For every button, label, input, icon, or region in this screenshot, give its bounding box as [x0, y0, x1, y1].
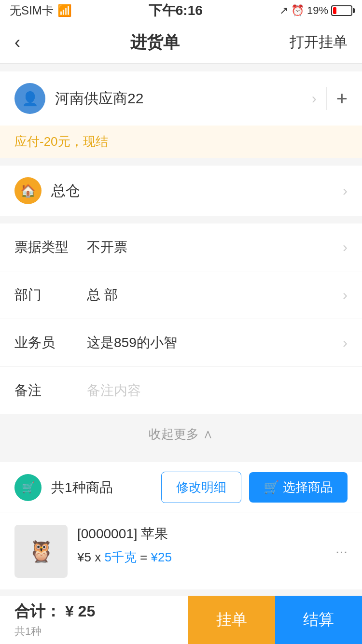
product-cart-icon: 🛒 — [14, 474, 42, 501]
supplier-row[interactable]: 👤 河南供应商22 › + — [0, 71, 362, 126]
product-section: 🛒 共1种商品 修改明细 🛒 选择商品 🦉 [0000001] 苹果 ¥5 x … — [0, 462, 362, 589]
price-unit: ¥5 — [77, 550, 91, 564]
nav-bar: ‹ 进货单 打开挂单 — [0, 21, 362, 64]
product-name: [0000001] 苹果 — [77, 525, 326, 543]
select-product-label: 选择商品 — [283, 479, 333, 496]
status-left: 无SIM卡 📶 — [10, 3, 72, 18]
status-bar: 无SIM卡 📶 下午6:16 ↗ ⏰ 19% — [0, 0, 362, 21]
supplier-avatar: 👤 — [14, 83, 45, 114]
total-value: ¥ 25 — [65, 602, 95, 620]
product-total: ¥25 — [151, 550, 172, 564]
remark-placeholder[interactable]: 备注内容 — [77, 381, 348, 400]
collapse-bar[interactable]: 收起更多 ∧ — [0, 414, 362, 454]
warehouse-icon: 🏠 — [14, 177, 42, 204]
bottom-bar: 合计： ¥ 25 共1种 挂单 结算 — [0, 596, 362, 644]
supplier-section: 👤 河南供应商22 › + 应付-20元，现结 — [0, 71, 362, 158]
page-title: 进货单 — [130, 31, 180, 54]
carrier-label: 无SIM卡 — [10, 3, 54, 18]
warehouse-name: 总仓 — [51, 181, 343, 201]
sales-row[interactable]: 业务员 这是859的小智 › — [0, 319, 362, 366]
remark-label: 备注 — [14, 381, 77, 400]
select-product-button[interactable]: 🛒 选择商品 — [249, 472, 348, 503]
payment-notice: 应付-20元，现结 — [0, 126, 362, 158]
status-right: ↗ ⏰ 19% — [279, 4, 352, 17]
total-amount-display: 合计： ¥ 25 — [14, 601, 174, 622]
product-code: [0000001] — [77, 526, 138, 541]
warehouse-row[interactable]: 🏠 总仓 › — [0, 166, 362, 216]
add-supplier-button[interactable]: + — [336, 88, 348, 110]
dept-value: 总 部 — [77, 286, 343, 304]
warehouse-section: 🏠 总仓 › — [0, 166, 362, 216]
avatar-icon: 👤 — [22, 91, 39, 107]
hang-button[interactable]: 挂单 — [188, 596, 275, 644]
settle-button[interactable]: 结算 — [275, 596, 362, 644]
vertical-divider — [326, 87, 327, 110]
multiply-symbol: x — [95, 550, 104, 564]
invoice-chevron-icon: › — [343, 239, 348, 255]
invoice-row[interactable]: 票据类型 不开票 › — [0, 224, 362, 271]
product-header: 🛒 共1种商品 修改明细 🛒 选择商品 — [0, 462, 362, 513]
equals-symbol: = — [140, 550, 151, 564]
product-info: [0000001] 苹果 ¥5 x 5千克 = ¥25 — [77, 525, 326, 566]
invoice-value: 不开票 — [77, 238, 343, 256]
dept-chevron-icon: › — [343, 287, 348, 303]
alarm-icon: ⏰ — [291, 4, 304, 17]
bottom-total-section: 合计： ¥ 25 共1种 — [0, 596, 188, 644]
product-qty: 5千克 — [104, 550, 136, 564]
sales-chevron-icon: › — [343, 335, 348, 351]
product-price: ¥5 x 5千克 = ¥25 — [77, 549, 326, 566]
cart-icon: 🛒 — [22, 481, 35, 494]
supplier-chevron-icon: › — [312, 90, 317, 107]
total-label: 合计： — [14, 602, 61, 620]
edit-detail-button[interactable]: 修改明细 — [161, 472, 241, 503]
product-thumbnail: 🦉 — [14, 525, 68, 578]
dept-row[interactable]: 部门 总 部 › — [0, 271, 362, 319]
battery-fill — [333, 7, 336, 14]
status-time: 下午6:16 — [149, 1, 203, 20]
supplier-name: 河南供应商22 — [55, 89, 312, 109]
form-section: 票据类型 不开票 › 部门 总 部 › 业务员 这是859的小智 › 备注 备注… — [0, 224, 362, 414]
sales-label: 业务员 — [14, 334, 77, 352]
home-icon: 🏠 — [20, 183, 36, 198]
product-count-label: 共1种商品 — [51, 478, 161, 497]
invoice-label: 票据类型 — [14, 238, 77, 256]
total-count-label: 共1种 — [14, 624, 174, 639]
open-hang-button[interactable]: 打开挂单 — [290, 32, 348, 52]
collapse-label: 收起更多 ∧ — [149, 427, 213, 441]
product-title: 苹果 — [141, 526, 168, 541]
battery-label: 19% — [307, 4, 328, 17]
back-button[interactable]: ‹ — [14, 32, 20, 53]
warehouse-chevron-icon: › — [343, 182, 348, 199]
sales-value: 这是859的小智 — [77, 334, 343, 352]
location-icon: ↗ — [279, 4, 288, 17]
select-cart-icon: 🛒 — [264, 480, 279, 495]
remark-row[interactable]: 备注 备注内容 — [0, 366, 362, 414]
dept-label: 部门 — [14, 286, 77, 304]
battery-icon — [331, 5, 352, 16]
owl-logo-icon: 🦉 — [28, 539, 55, 564]
product-more-button[interactable]: ··· — [335, 543, 348, 560]
wifi-icon: 📶 — [57, 4, 72, 17]
product-item: 🦉 [0000001] 苹果 ¥5 x 5千克 = ¥25 ··· — [0, 513, 362, 589]
